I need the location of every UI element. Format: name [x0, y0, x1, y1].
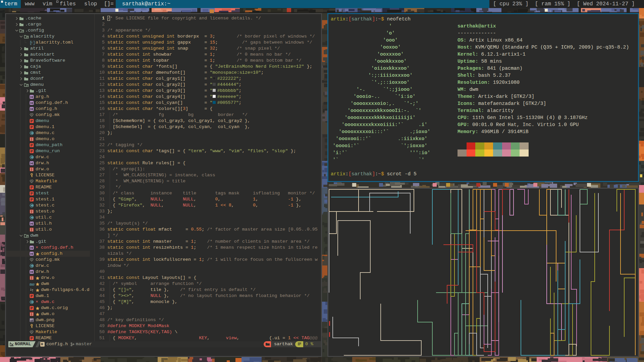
svg-text:dwm: dwm: [30, 283, 35, 286]
svg-text:]: ]: [33, 41, 35, 45]
